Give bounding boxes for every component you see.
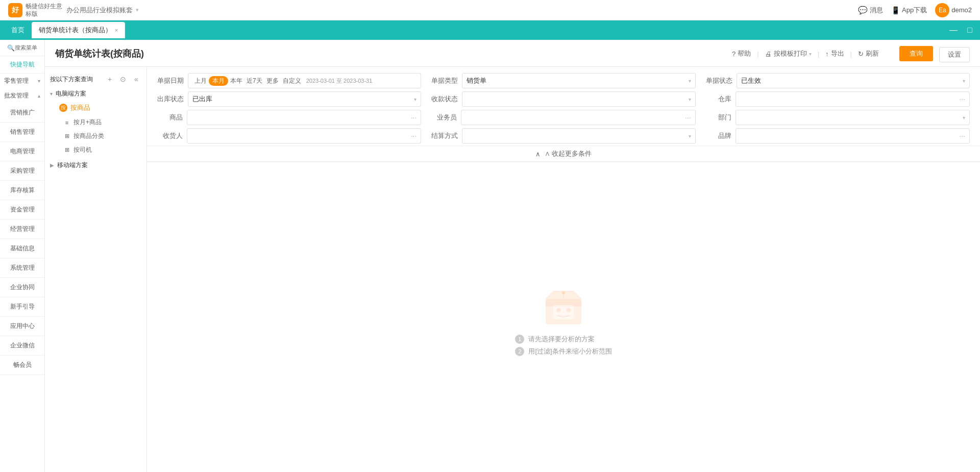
date-tab-last-month[interactable]: 上月 [192,77,209,85]
goods-input[interactable]: ··· [187,110,421,125]
empty-illustration [535,278,592,329]
scheme-item-by-category[interactable]: ⊞ 按商品分类 [45,129,146,143]
tab-close-icon[interactable]: × [115,27,118,33]
filter-row-4: 收货人 ··· 结算方式 ▾ [147,127,980,146]
template-print-button[interactable]: 🖨 按模板打印 ▾ [765,49,812,58]
sidebar-item-member[interactable]: 畅会员 [0,356,44,375]
below-header: 按以下方案查询 + ⊙ « ▾ 电脑端方案 按 按商品 [45,67,980,472]
avatar: Ea [935,3,949,17]
scheme-subitem-icon2: ⊞ [63,133,70,140]
message-button[interactable]: 💬 消息 [858,6,883,15]
logo-icon: 好 [8,3,22,17]
sidebar-item-ecommerce[interactable]: 电商管理 [0,142,44,161]
sidebar-item-marketing[interactable]: 营销推广 [0,103,44,123]
sidebar-item-sales[interactable]: 销售管理 [0,123,44,142]
salesman-label: 业务员 [431,113,461,122]
breadcrumb[interactable]: 办公用品行业模拟账套 ▾ [66,6,139,15]
sidebar-item-retail[interactable]: 零售管理 ▾ [0,74,44,88]
scheme-group-pc: ▾ 电脑端方案 按 按商品 ≡ 按月+商品 ⊞ 按商品分类 [45,87,146,157]
settings-button[interactable]: 设置 [939,47,970,62]
user-area[interactable]: Ea demo2 [935,3,972,17]
logo-area: 好 畅捷信好生意 标版 [8,3,62,17]
scheme-group-pc-title[interactable]: ▾ 电脑端方案 [45,87,146,100]
out-dropdown-icon: ▾ [414,97,416,102]
sidebar-item-system[interactable]: 系统管理 [0,258,44,278]
tabs-right-actions: — □ [947,24,976,36]
page-actions: ? 帮助 | 🖨 按模板打印 ▾ | ↑ 导出 | ↻ 刷新 [732,45,970,62]
type-select[interactable]: 销货单 ▾ [462,73,695,88]
status-dropdown-icon: ▾ [963,78,965,84]
date-tab-this-year[interactable]: 本年 [228,77,244,85]
scheme-item-by-month-goods[interactable]: ≡ 按月+商品 [45,115,146,129]
sidebar-item-appstore[interactable]: 应用中心 [0,317,44,336]
scheme-item-by-goods[interactable]: 按 按商品 [45,100,146,115]
export-button[interactable]: ↑ 导出 [825,49,844,58]
phone-icon: 📱 [891,6,900,14]
out-select[interactable]: 已出库 ▾ [188,91,421,107]
collect-select[interactable]: ▾ [462,91,695,107]
salesman-dots-icon: ··· [685,113,691,122]
date-filter-control[interactable]: 上月 本月 本年 近7天 更多 自定义 2023-03-01 至 2023-03… [188,73,421,88]
sidebar-item-collab[interactable]: 企业协同 [0,278,44,297]
warehouse-input[interactable]: ··· [736,91,970,107]
status-select[interactable]: 已生效 ▾ [737,73,970,88]
tab-minimize-button[interactable]: — [947,24,960,36]
refresh-button[interactable]: ↻ 刷新 [858,49,879,58]
export-icon: ↑ [825,50,829,58]
collapse-filter-button[interactable]: ∧ ∧ 收起更多条件 [147,146,980,161]
filter-row-3: 商品 ··· 业务员 ··· [147,109,980,127]
filter-salesman-item: 业务员 ··· [431,110,695,125]
app-download-button[interactable]: 📱 App下载 [891,6,927,15]
sidebar-item-operations[interactable]: 经营管理 [0,220,44,239]
tab-home[interactable]: 首页 [4,22,32,38]
sidebar-item-inventory[interactable]: 库存核算 [0,181,44,200]
sidebar-quick-nav[interactable]: 快捷导航 [0,56,44,74]
sidebar-item-basic[interactable]: 基础信息 [0,239,44,258]
date-tab-this-month[interactable]: 本月 [209,76,228,86]
sidebar-item-purchase[interactable]: 采购管理 [0,161,44,181]
date-range-text: 2023-03-01 至 2023-03-31 [306,77,373,85]
sidebar: 🔍 搜索菜单 快捷导航 零售管理 ▾ 批发管理 ▴ 营销推广 销售管理 电商管理… [0,40,45,472]
filter-date-item: 单据日期 上月 本月 本年 近7天 更多 自定义 2023-03-01 至 20… [157,73,421,88]
filter-out-item: 出库状态 已出库 ▾ [157,91,421,107]
tab-expand-button[interactable]: □ [964,24,976,36]
empty-hints: 1 请先选择要分析的方案 2 用[过滤]条件来缩小分析范围 [515,335,611,356]
sidebar-item-wholesale[interactable]: 批发管理 ▴ [0,88,44,103]
filter-brand-item: 品牌 ··· [706,128,970,144]
out-label: 出库状态 [157,95,188,104]
scheme-settings-button[interactable]: ⊙ [118,74,128,84]
full-filter-panel: 单据日期 上月 本月 本年 近7天 更多 自定义 2023-03-01 至 20… [147,67,980,162]
scheme-add-button[interactable]: + [105,74,115,84]
receiver-input[interactable]: ··· [187,128,421,144]
divider1: | [757,50,758,58]
scheme-subitem-icon1: ≡ [63,119,70,126]
sidebar-item-guide[interactable]: 新手引导 [0,297,44,317]
date-tab-7days[interactable]: 近7天 [244,77,264,85]
sidebar-search[interactable]: 🔍 搜索菜单 [0,40,44,56]
scheme-subitem-icon3: ⊞ [63,147,70,154]
tab-active[interactable]: 销货单统计表（按商品） × [32,22,125,38]
dept-select[interactable]: ▾ [736,110,970,125]
date-tab-custom[interactable]: 自定义 [281,77,303,85]
help-button[interactable]: ? 帮助 [732,49,751,58]
page-title: 销货单统计表(按商品) [55,48,144,60]
date-label: 单据日期 [157,76,188,85]
date-tab-more[interactable]: 更多 [264,77,281,85]
salesman-input[interactable]: ··· [461,110,695,125]
scheme-group-mobile-title[interactable]: ▶ 移动端方案 [45,159,146,172]
page-header: 销货单统计表(按商品) ? 帮助 | 🖨 按模板打印 ▾ | ↑ 导出 | [45,40,980,67]
payment-select[interactable]: ▾ [462,128,695,144]
query-button[interactable]: 查询 [899,46,933,61]
dept-dropdown-icon: ▾ [963,115,965,121]
brand-input[interactable]: ··· [736,128,970,144]
status-label: 单据状态 [706,76,737,85]
svg-point-4 [556,308,560,312]
svg-point-5 [567,308,571,312]
filter-goods-item: 商品 ··· [157,110,421,125]
scheme-item-by-driver[interactable]: ⊞ 按司机 [45,143,146,157]
refresh-icon: ↻ [858,50,864,58]
sidebar-item-weixin[interactable]: 企业微信 [0,336,44,356]
print-icon: 🖨 [765,50,772,58]
sidebar-item-finance[interactable]: 资金管理 [0,200,44,220]
scheme-collapse-button[interactable]: « [131,74,141,84]
